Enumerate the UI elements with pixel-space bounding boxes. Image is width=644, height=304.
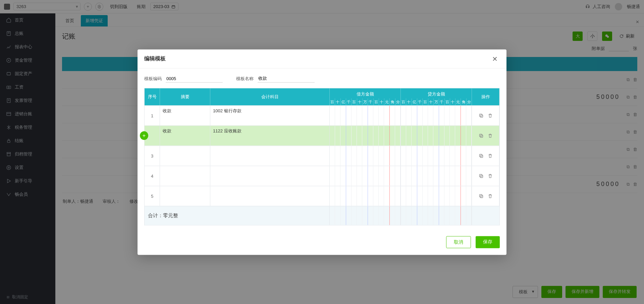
- row-index: 5: [145, 186, 160, 206]
- col-credit: 贷方金额 百十亿千百十万千百十元角分: [401, 88, 472, 105]
- delete-row-icon[interactable]: [488, 153, 493, 158]
- svg-rect-22: [479, 154, 482, 157]
- row-op: [472, 106, 499, 125]
- copy-row-icon[interactable]: [479, 113, 484, 118]
- svg-rect-20: [479, 134, 482, 137]
- row-index: 4: [145, 166, 160, 186]
- row-credit[interactable]: [401, 106, 472, 125]
- row-debit[interactable]: [330, 146, 401, 166]
- row-op: [472, 146, 499, 166]
- row-credit[interactable]: [401, 166, 472, 186]
- template-name-input[interactable]: [258, 74, 315, 82]
- row-summary[interactable]: 收款: [160, 126, 210, 145]
- svg-rect-21: [480, 155, 483, 158]
- template-row[interactable]: 1收款1002 银行存款: [145, 105, 499, 125]
- svg-rect-17: [480, 115, 483, 117]
- svg-rect-23: [480, 175, 483, 178]
- template-row[interactable]: 5: [145, 186, 499, 206]
- delete-row-icon[interactable]: [488, 173, 493, 178]
- col-idx: 序号: [145, 88, 160, 105]
- row-summary[interactable]: [160, 186, 210, 206]
- row-debit[interactable]: [330, 186, 401, 206]
- svg-rect-25: [480, 195, 483, 198]
- total-label: 合计：零元整: [145, 206, 330, 225]
- edit-template-modal: 编辑模板 ✕ 模板编码 模板名称 序号 摘要 会计科目 借方金额 百十亿千百十万…: [138, 49, 506, 255]
- template-row[interactable]: 3: [145, 145, 499, 166]
- row-summary[interactable]: [160, 146, 210, 166]
- row-debit[interactable]: [330, 126, 401, 145]
- row-summary[interactable]: 收款: [160, 106, 210, 125]
- modal-title: 编辑模板: [144, 55, 166, 62]
- svg-rect-26: [479, 194, 482, 197]
- row-credit[interactable]: [401, 186, 472, 206]
- copy-row-icon[interactable]: [479, 153, 484, 158]
- copy-row-icon[interactable]: [479, 193, 484, 198]
- template-code-input[interactable]: [166, 74, 223, 82]
- delete-row-icon[interactable]: [488, 133, 493, 138]
- col-account: 会计科目: [210, 88, 330, 105]
- row-credit[interactable]: [401, 126, 472, 145]
- row-account[interactable]: [210, 146, 330, 166]
- svg-rect-18: [479, 114, 482, 117]
- row-credit[interactable]: [401, 146, 472, 166]
- delete-row-icon[interactable]: [488, 193, 493, 198]
- credit-units: 百十亿千百十万千百十元角分: [401, 98, 472, 105]
- row-debit[interactable]: [330, 166, 401, 186]
- row-index: 1: [145, 106, 160, 125]
- delete-row-icon[interactable]: [488, 113, 493, 118]
- debit-units: 百十亿千百十万千百十元角分: [330, 98, 400, 105]
- row-op: [472, 166, 499, 186]
- row-index: 3: [145, 146, 160, 166]
- template-row[interactable]: +收款1122 应收账款: [145, 125, 499, 145]
- row-debit[interactable]: [330, 106, 401, 125]
- modal-save-button[interactable]: 保存: [476, 236, 500, 248]
- col-debit: 借方金额 百十亿千百十万千百十元角分: [330, 88, 401, 105]
- row-op: [472, 186, 499, 206]
- modal-close-button[interactable]: ✕: [490, 54, 500, 63]
- row-account[interactable]: 1122 应收账款: [210, 126, 330, 145]
- row-account[interactable]: [210, 166, 330, 186]
- modal-cancel-button[interactable]: 取消: [446, 236, 471, 248]
- col-op: 操作: [472, 88, 499, 105]
- template-table: 序号 摘要 会计科目 借方金额 百十亿千百十万千百十元角分 贷方金额 百十亿千百…: [144, 88, 500, 225]
- copy-row-icon[interactable]: [479, 133, 484, 138]
- template-row[interactable]: 4: [145, 166, 499, 186]
- template-code-label: 模板编码: [144, 75, 162, 81]
- row-account[interactable]: [210, 186, 330, 206]
- template-name-label: 模板名称: [236, 75, 254, 81]
- svg-rect-24: [479, 174, 482, 177]
- row-account[interactable]: 1002 银行存款: [210, 106, 330, 125]
- copy-row-icon[interactable]: [479, 173, 484, 178]
- col-summary: 摘要: [160, 88, 210, 105]
- svg-rect-19: [480, 135, 483, 137]
- row-op: [472, 126, 499, 145]
- row-summary[interactable]: [160, 166, 210, 186]
- add-row-button[interactable]: +: [140, 131, 149, 140]
